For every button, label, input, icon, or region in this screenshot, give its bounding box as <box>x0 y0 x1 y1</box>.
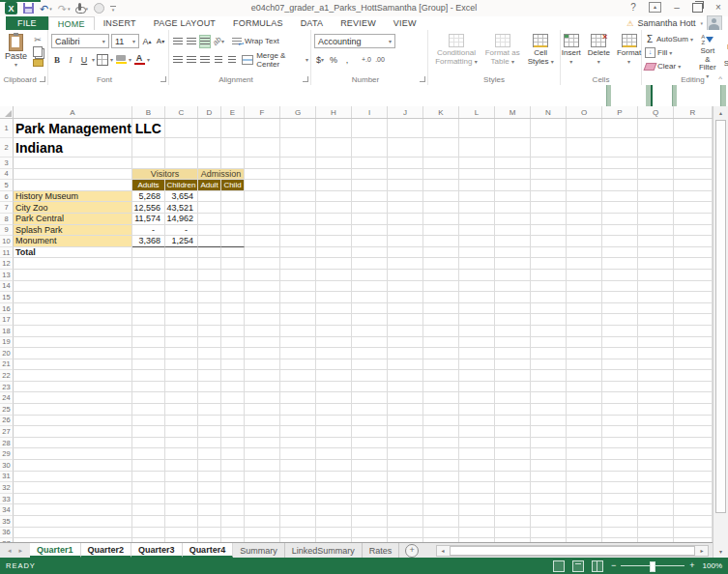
cell-H21[interactable] <box>316 359 352 371</box>
cell-D6[interactable] <box>198 191 221 203</box>
column-header-K[interactable]: K <box>423 106 459 118</box>
cell-I31[interactable] <box>352 472 388 483</box>
scroll-right-icon[interactable]: ▸ <box>696 547 708 554</box>
cell-A23[interactable] <box>14 382 132 393</box>
cell-K2[interactable] <box>423 138 459 158</box>
cell-M19[interactable] <box>495 337 531 349</box>
cell-R29[interactable] <box>674 448 713 460</box>
cell-F25[interactable] <box>245 404 280 416</box>
collapse-ribbon-button[interactable]: ^ <box>718 74 722 83</box>
cell-F23[interactable] <box>245 382 280 393</box>
cell-Q1[interactable] <box>638 119 674 138</box>
cell-A6[interactable]: History Museum <box>14 191 132 203</box>
cell-N20[interactable] <box>531 348 567 359</box>
cell-E2[interactable] <box>221 138 245 158</box>
cell-L36[interactable] <box>459 528 495 539</box>
column-header-Q[interactable]: Q <box>638 106 674 118</box>
cell-F13[interactable] <box>245 270 280 281</box>
cell-Q11[interactable] <box>638 247 674 259</box>
cell-J23[interactable] <box>388 382 423 393</box>
cell-J10[interactable] <box>388 236 423 247</box>
cell-Q36[interactable] <box>638 528 674 539</box>
cell-K9[interactable] <box>423 225 459 237</box>
cell-O12[interactable] <box>567 258 602 270</box>
cell-O3[interactable] <box>567 158 602 169</box>
cell-J20[interactable] <box>388 348 423 359</box>
cell-E34[interactable] <box>221 504 245 516</box>
row-header-20[interactable]: 20 <box>0 348 14 359</box>
top-align-button[interactable] <box>172 35 184 48</box>
cell-O6[interactable] <box>567 191 602 203</box>
cell-D15[interactable] <box>198 292 221 303</box>
cell-P30[interactable] <box>602 460 638 472</box>
cell-N17[interactable] <box>531 314 567 326</box>
cell-C18[interactable] <box>165 326 198 337</box>
sheet-tab-quarter3[interactable]: Quarter3 <box>131 543 183 558</box>
cell-N13[interactable] <box>531 270 567 281</box>
borders-dropdown-icon[interactable]: ▾ <box>110 56 113 63</box>
cell-D11[interactable] <box>198 247 221 259</box>
cell-K35[interactable] <box>423 516 459 528</box>
cell-D18[interactable] <box>198 326 221 337</box>
cell-F6[interactable] <box>245 191 280 203</box>
cell-P21[interactable] <box>602 359 638 371</box>
cell-B15[interactable] <box>132 292 165 303</box>
cell-Q23[interactable] <box>638 382 674 393</box>
cell-A35[interactable] <box>14 516 132 528</box>
cell-R22[interactable] <box>674 370 713 382</box>
cell-L13[interactable] <box>459 270 495 281</box>
cell-L30[interactable] <box>459 460 495 472</box>
cell-J28[interactable] <box>388 438 423 449</box>
cell-Q8[interactable] <box>638 214 674 225</box>
cell-D9[interactable] <box>198 225 221 237</box>
cell-I11[interactable] <box>352 247 388 259</box>
cell-P7[interactable] <box>602 202 638 214</box>
cell-O32[interactable] <box>567 482 602 494</box>
cell-I27[interactable] <box>352 426 388 438</box>
cell-styles-button[interactable]: Cell Styles ▾ <box>526 33 556 67</box>
cell-K5[interactable] <box>423 180 459 191</box>
cell-D4[interactable]: Admission <box>198 169 245 181</box>
cell-H2[interactable] <box>316 138 352 158</box>
clipboard-dialog-launcher[interactable] <box>40 76 45 82</box>
cell-O15[interactable] <box>567 292 602 303</box>
cell-Q32[interactable] <box>638 482 674 494</box>
cell-D29[interactable] <box>198 448 221 460</box>
cell-E24[interactable] <box>221 392 245 404</box>
cell-O22[interactable] <box>567 370 602 382</box>
cell-N34[interactable] <box>531 504 567 516</box>
cell-Q26[interactable] <box>638 416 674 427</box>
cell-M23[interactable] <box>495 382 531 393</box>
cell-F29[interactable] <box>245 448 280 460</box>
cell-Q2[interactable] <box>638 138 674 158</box>
cell-H31[interactable] <box>316 472 352 483</box>
cell-F11[interactable] <box>245 247 280 259</box>
cell-J19[interactable] <box>388 337 423 349</box>
cell-G5[interactable] <box>280 180 316 191</box>
cell-J25[interactable] <box>388 404 423 416</box>
cell-K18[interactable] <box>423 326 459 337</box>
row-header-31[interactable]: 31 <box>0 472 14 483</box>
cell-R36[interactable] <box>674 528 713 539</box>
cell-B9[interactable]: - <box>132 225 165 237</box>
cell-C17[interactable] <box>165 314 198 326</box>
cell-Q3[interactable] <box>638 158 674 169</box>
cell-D23[interactable] <box>198 382 221 393</box>
cell-O31[interactable] <box>567 472 602 483</box>
cell-N33[interactable] <box>531 494 567 505</box>
cell-E3[interactable] <box>221 158 245 169</box>
cell-N21[interactable] <box>531 359 567 371</box>
cell-E35[interactable] <box>221 516 245 528</box>
cell-Q25[interactable] <box>638 404 674 416</box>
cell-L1[interactable] <box>459 119 495 138</box>
sheet-tab-quarter1[interactable]: Quarter1 <box>30 543 81 558</box>
cell-N36[interactable] <box>531 528 567 539</box>
cell-B16[interactable] <box>132 303 165 315</box>
cell-F10[interactable] <box>245 236 280 247</box>
cell-R26[interactable] <box>674 416 713 427</box>
cell-N15[interactable] <box>531 292 567 303</box>
cell-H17[interactable] <box>316 314 352 326</box>
cell-F35[interactable] <box>245 516 280 528</box>
cell-P6[interactable] <box>602 191 638 203</box>
cell-M16[interactable] <box>495 303 531 315</box>
